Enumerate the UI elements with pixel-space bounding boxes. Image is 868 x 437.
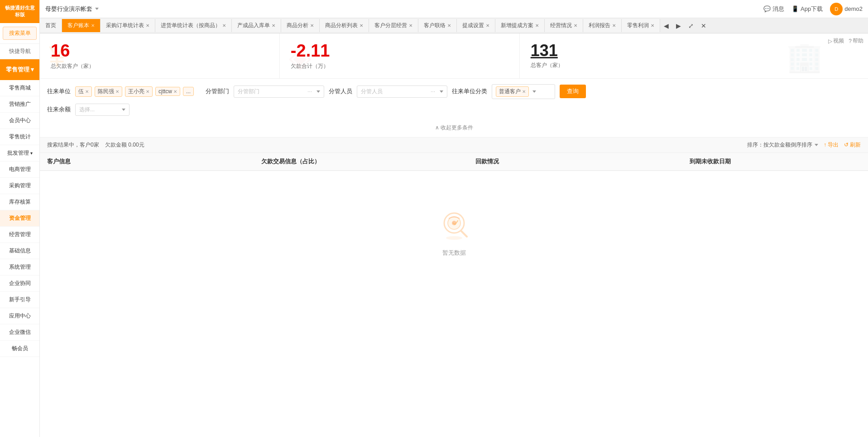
refresh-btn[interactable]: ↺ 刷新: [844, 141, 861, 149]
refresh-label: 刷新: [850, 141, 861, 149]
tab-close-icon[interactable]: ✕: [146, 23, 149, 28]
retail-section-title: 零售管理 ▾: [0, 63, 39, 76]
sidebar-item-wholesale[interactable]: 批发管理▾: [0, 145, 39, 162]
help-btn[interactable]: ? 帮助: [849, 37, 863, 45]
filter-tag-wang[interactable]: 王小亮 ✕: [125, 86, 153, 97]
tab-close-icon[interactable]: ✕: [574, 23, 577, 28]
filter-tag-cjttcw[interactable]: cjttcw ✕: [155, 87, 180, 96]
tab-goods-analysis[interactable]: 商品分析 ✕: [281, 19, 320, 32]
tab-customer-ledger[interactable]: 客户账本 ✕: [62, 19, 101, 32]
tab-home[interactable]: 首页: [40, 19, 62, 32]
unit-type-tag-close[interactable]: ✕: [522, 89, 526, 94]
sidebar-item-retail-stats[interactable]: 零售统计: [0, 129, 39, 145]
video-help-btn[interactable]: ▷ 视频: [828, 37, 844, 45]
sidebar-item-member[interactable]: 畅会员: [0, 341, 39, 357]
sidebar-item-collab[interactable]: 企业协同: [0, 276, 39, 292]
sidebar-item-member-center[interactable]: 会员中心: [0, 113, 39, 129]
play-icon: ▷: [828, 38, 832, 44]
filter-tag-more[interactable]: ...: [183, 87, 194, 96]
tab-operations[interactable]: 经营情况 ✕: [545, 19, 583, 32]
table-area: 客户信息 欠款交易信息（占比） 回款情况 到期未收款日期 暂无数据: [40, 153, 868, 293]
tab-new-commission[interactable]: 新增提成方案 ✕: [495, 19, 545, 32]
person-clear-icon[interactable]: ···: [431, 88, 435, 95]
tab-close-icon[interactable]: ✕: [91, 23, 95, 28]
tab-close-icon[interactable]: ✕: [360, 23, 363, 28]
sidebar: 畅捷通好生意 标版 搜索菜单 快捷导航 零售管理 ▾ 零售商城 营销推广 会员中…: [0, 0, 40, 437]
tab-customer-layer[interactable]: 客户分层经营 ✕: [369, 19, 418, 32]
export-btn[interactable]: ↑ 导出: [824, 141, 839, 149]
app-download-btn[interactable]: 📱 App下载: [791, 5, 823, 13]
sidebar-item-inventory[interactable]: 库存核算: [0, 194, 39, 210]
filter-tag-chen[interactable]: 陈民强 ✕: [95, 86, 122, 97]
tab-close-icon[interactable]: ✕: [612, 23, 616, 28]
tab-close-icon[interactable]: ✕: [222, 23, 226, 28]
tab-goods-analysis-list-label: 商品分析列表: [325, 22, 358, 29]
tab-profit-report[interactable]: 利润报告 ✕: [583, 19, 622, 32]
tab-nav-left[interactable]: ◀: [660, 19, 672, 32]
dept-select[interactable]: 分管部门 ···: [234, 86, 324, 98]
sidebar-item-operations[interactable]: 经营管理: [0, 227, 39, 243]
filter-row-2: 往来余额 选择...: [47, 104, 861, 116]
query-button[interactable]: 查询: [560, 85, 586, 98]
sidebar-item-purchase[interactable]: 采购管理: [0, 178, 39, 194]
account-name: 母婴行业演示帐套: [45, 5, 92, 13]
tab-purchase-order[interactable]: 采购订单统计表 ✕: [101, 19, 155, 32]
tab-close-icon[interactable]: ✕: [310, 23, 314, 28]
collapse-btn[interactable]: ∧ 收起更多条件: [432, 122, 477, 133]
tab-close-icon[interactable]: ✕: [651, 23, 654, 28]
tab-close-icon[interactable]: ✕: [272, 23, 275, 28]
retail-section: 零售管理 ▾: [0, 59, 39, 80]
sidebar-item-app-center[interactable]: 应用中心: [0, 308, 39, 324]
tab-close-icon[interactable]: ✕: [447, 23, 451, 28]
message-btn[interactable]: 💬 消息: [763, 5, 784, 13]
svg-point-4: [446, 236, 462, 240]
tag-close-icon[interactable]: ✕: [115, 89, 119, 94]
tab-operations-label: 经营情况: [550, 22, 572, 29]
tab-stock-stats[interactable]: 进货单统计表（按商品） ✕: [155, 19, 232, 32]
tab-close-all-icon[interactable]: ✕: [697, 19, 710, 32]
table-header: 客户信息 欠款交易信息（占比） 回款情况 到期未收款日期: [40, 153, 868, 171]
tag-label: cjttcw: [158, 88, 172, 95]
account-dropdown[interactable]: 母婴行业演示帐套: [45, 5, 99, 13]
tab-stock-stats-label: 进货单统计表（按商品）: [161, 22, 221, 29]
tag-close-icon[interactable]: ✕: [173, 89, 177, 94]
sidebar-item-guide[interactable]: 新手引导: [0, 292, 39, 308]
search-menu-button[interactable]: 搜索菜单: [3, 27, 37, 40]
sidebar-item-retail-mall[interactable]: 零售商城: [0, 80, 39, 96]
tab-close-icon[interactable]: ✕: [535, 23, 539, 28]
dept-clear-icon[interactable]: ···: [307, 88, 312, 95]
sidebar-item-basic-info[interactable]: 基础信息: [0, 243, 39, 259]
tab-commission-setting-label: 提成设置: [462, 22, 484, 29]
person-select[interactable]: 分管人员 ···: [357, 86, 447, 98]
chevron-down-icon: [532, 90, 536, 93]
tab-expand-icon[interactable]: ⤢: [685, 19, 697, 32]
unit-type-tag[interactable]: 普通客户 ✕: [496, 86, 529, 97]
user-avatar-btn[interactable]: D demo2: [830, 3, 863, 15]
filter-tag-wu[interactable]: 伍 ✕: [75, 86, 92, 97]
chevron-down-icon: [317, 90, 320, 93]
search-menu-btn[interactable]: 搜索菜单: [0, 23, 39, 44]
tab-close-icon[interactable]: ✕: [486, 23, 489, 28]
video-label: 视频: [833, 37, 844, 45]
tag-close-icon[interactable]: ✕: [85, 89, 89, 94]
tab-retail-profit[interactable]: 零售利润 ✕: [622, 19, 660, 32]
sidebar-item-ecommerce[interactable]: 电商管理: [0, 162, 39, 178]
quick-nav-btn[interactable]: 快捷导航: [0, 44, 39, 59]
sidebar-item-marketing[interactable]: 营销推广: [0, 96, 39, 113]
sort-select[interactable]: 排序：按欠款金额倒序排序: [747, 141, 818, 149]
unit-type-select[interactable]: 普通客户 ✕: [492, 84, 555, 99]
tab-nav-right[interactable]: ▶: [672, 19, 685, 32]
tab-customer-contact[interactable]: 客户联络 ✕: [418, 19, 457, 32]
tab-goods-analysis-list[interactable]: 商品分析列表 ✕: [320, 19, 369, 32]
tab-commission-setting[interactable]: 提成设置 ✕: [457, 19, 495, 32]
collapse-row: ∧ 收起更多条件: [47, 120, 861, 137]
tab-close-icon[interactable]: ✕: [409, 23, 412, 28]
tab-product-in[interactable]: 产成品入库单 ✕: [232, 19, 281, 32]
col-payment-header: 回款情况: [475, 157, 690, 166]
sidebar-item-system[interactable]: 系统管理: [0, 259, 39, 276]
refresh-icon: ↺: [844, 142, 849, 148]
sidebar-item-wecom[interactable]: 企业微信: [0, 324, 39, 341]
balance-select[interactable]: 选择...: [75, 104, 129, 116]
sidebar-item-finance[interactable]: 资金管理: [0, 210, 39, 227]
tag-close-icon[interactable]: ✕: [146, 89, 149, 94]
